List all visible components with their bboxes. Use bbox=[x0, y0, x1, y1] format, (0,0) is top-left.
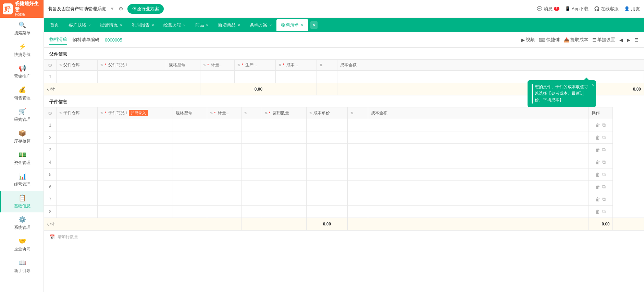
delete-icon[interactable]: 🗑 bbox=[595, 172, 600, 177]
sub-tab-bom[interactable]: 物料清单 bbox=[49, 35, 67, 45]
copy-icon[interactable]: ⧉ bbox=[602, 147, 606, 153]
nav-next-btn[interactable]: ▶ bbox=[627, 37, 630, 43]
child-row-1-qty[interactable] bbox=[262, 119, 307, 131]
tab-operation-history[interactable]: 经营历程 × bbox=[159, 19, 190, 31]
delete-icon[interactable]: 🗑 bbox=[595, 147, 600, 153]
scan-button[interactable]: 扫码录入 bbox=[129, 110, 148, 116]
child-row-1-goods[interactable] bbox=[98, 119, 173, 131]
sub-tab-bom-code[interactable]: 物料清单编码 bbox=[73, 35, 99, 44]
child-row-2-spec[interactable] bbox=[173, 131, 207, 144]
sidebar-item-guide[interactable]: 📖 新手引导 bbox=[0, 256, 44, 277]
copy-icon[interactable]: ⧉ bbox=[602, 172, 606, 177]
settings-gear-icon[interactable]: ⚙ bbox=[119, 5, 123, 12]
copy-icon[interactable]: ⧉ bbox=[602, 122, 606, 128]
tab-new-goods-close[interactable]: × bbox=[238, 23, 240, 27]
copy-icon[interactable]: ⧉ bbox=[602, 135, 606, 140]
parent-warehouse-cell[interactable] bbox=[57, 71, 98, 83]
delete-icon[interactable]: 🗑 bbox=[595, 209, 600, 214]
parent-cost-cell[interactable] bbox=[276, 71, 317, 83]
child-subtotal-row: 小计 0.00 0.00 bbox=[44, 218, 644, 230]
single-settings-action[interactable]: ☰ 单据设置 bbox=[592, 37, 615, 43]
app-download-item[interactable]: 📱 App下载 bbox=[565, 6, 589, 12]
delete-icon[interactable]: 🗑 bbox=[595, 135, 600, 140]
sidebar-item-marketing[interactable]: 📢 营销推广 bbox=[0, 61, 44, 83]
purchase-icon: 🛒 bbox=[18, 108, 26, 115]
child-table-wrap: ⚙ ⇅子件仓库 ⇅ * 子件商品 ℹ bbox=[44, 107, 644, 230]
tab-goods[interactable]: 商品 × bbox=[190, 19, 213, 31]
nav-close-all-button[interactable]: × bbox=[310, 21, 318, 29]
tab-barcode-close[interactable]: × bbox=[270, 23, 272, 27]
child-row-1-amount bbox=[368, 119, 589, 131]
sidebar-item-inventory[interactable]: 📦 库存核算 bbox=[0, 126, 44, 148]
parent-section-title: 父件信息 bbox=[44, 48, 644, 59]
tab-bom[interactable]: 物料清单 × bbox=[276, 19, 308, 31]
child-row-2-unit-cost[interactable] bbox=[307, 131, 348, 144]
copy-icon[interactable]: ⧉ bbox=[602, 209, 606, 214]
tab-bom-close[interactable]: × bbox=[301, 23, 303, 27]
child-col-gear[interactable]: ⚙ bbox=[44, 107, 57, 119]
online-service-item[interactable]: 🎧 在线客服 bbox=[594, 6, 619, 12]
user-item[interactable]: 👤 用友 bbox=[624, 6, 640, 12]
parent-col-gear[interactable]: ⚙ bbox=[44, 60, 57, 71]
logo-icon: 好 bbox=[3, 3, 13, 14]
sidebar-item-search[interactable]: 🔍 搜索菜单 bbox=[0, 18, 44, 39]
sidebar-item-basic-info[interactable]: 📋 基础信息 bbox=[0, 191, 44, 212]
tab-home[interactable]: 首页 bbox=[45, 19, 64, 31]
child-row-1-measure[interactable] bbox=[207, 119, 242, 131]
sidebar-item-quick-nav[interactable]: ⚡ 快捷导航 bbox=[0, 39, 44, 61]
child-row-1-unit-cost[interactable] bbox=[307, 119, 348, 131]
sidebar-item-enterprise[interactable]: 🤝 企业协同 bbox=[0, 234, 44, 256]
child-col-measure: ⇅*计量... bbox=[207, 107, 242, 119]
sidebar-item-system[interactable]: ⚙️ 系统管理 bbox=[0, 212, 44, 234]
copy-icon[interactable]: ⧉ bbox=[602, 196, 606, 202]
child-col-sort: ⇅ bbox=[242, 107, 262, 119]
bottom-add-row[interactable]: 📅 增加行数量 bbox=[44, 230, 644, 243]
copy-icon[interactable]: ⧉ bbox=[602, 184, 606, 190]
tab-barcode[interactable]: 条码方案 × bbox=[245, 19, 276, 31]
tab-operation-history-close[interactable]: × bbox=[183, 23, 185, 27]
child-row-2-measure[interactable] bbox=[207, 131, 242, 144]
sidebar-item-marketing-label: 营销推广 bbox=[14, 73, 30, 79]
sidebar-item-purchase[interactable]: 🛒 采购管理 bbox=[0, 104, 44, 126]
child-row-2-warehouse[interactable] bbox=[57, 131, 98, 144]
delete-icon[interactable]: 🗑 bbox=[595, 197, 600, 202]
child-row-2-num: 2 bbox=[44, 131, 57, 144]
parent-production-cell[interactable] bbox=[235, 71, 276, 83]
extract-cost-action[interactable]: 📥 提取成本 bbox=[564, 37, 588, 43]
tab-customer-close[interactable]: × bbox=[88, 23, 90, 27]
delete-icon[interactable]: 🗑 bbox=[595, 160, 600, 165]
parent-spec-cell[interactable] bbox=[166, 71, 200, 83]
basic-info-icon: 📋 bbox=[18, 194, 26, 202]
delete-icon[interactable]: 🗑 bbox=[595, 184, 600, 190]
tab-new-goods[interactable]: 新增商品 × bbox=[213, 19, 245, 31]
list-view-btn[interactable]: ☰ bbox=[634, 37, 639, 43]
child-row-1-spec[interactable] bbox=[173, 119, 207, 131]
view-action[interactable]: ▶ 视频 bbox=[521, 37, 535, 43]
tab-operation-status[interactable]: 经营情况 × bbox=[95, 19, 127, 31]
play-icon: ▶ bbox=[521, 37, 525, 43]
tooltip-close-button[interactable]: × bbox=[592, 82, 594, 88]
parent-measure-cell[interactable] bbox=[200, 71, 235, 83]
child-row-1-warehouse[interactable] bbox=[57, 119, 98, 131]
tab-goods-close[interactable]: × bbox=[206, 23, 208, 27]
message-item[interactable]: 💬 消息 6 bbox=[537, 6, 559, 12]
dropdown-arrow[interactable]: ▼ bbox=[110, 6, 114, 11]
child-row-2-qty[interactable] bbox=[262, 131, 307, 144]
child-row-2-goods[interactable] bbox=[98, 131, 173, 144]
tab-customer[interactable]: 客户联络 × bbox=[64, 19, 95, 31]
tab-profit-report[interactable]: 利润报告 × bbox=[127, 19, 159, 31]
parent-goods-cell[interactable] bbox=[98, 71, 166, 83]
nav-prev-btn[interactable]: ◀ bbox=[619, 37, 623, 43]
trial-button[interactable]: 体验行业方案 bbox=[127, 4, 164, 14]
tab-operation-status-close[interactable]: × bbox=[120, 23, 122, 27]
sidebar-item-sales[interactable]: 💰 销售管理 bbox=[0, 83, 44, 104]
shortcut-action[interactable]: ⌨ 快捷键 bbox=[539, 37, 560, 43]
delete-icon[interactable]: 🗑 bbox=[595, 122, 600, 128]
tab-profit-report-close[interactable]: × bbox=[152, 23, 154, 27]
finance-icon: 💵 bbox=[18, 151, 26, 159]
sidebar-item-purchase-label: 采购管理 bbox=[14, 117, 30, 122]
sidebar-item-finance[interactable]: 💵 资金管理 bbox=[0, 148, 44, 169]
tab-operation-status-label: 经营情况 bbox=[100, 22, 118, 28]
copy-icon[interactable]: ⧉ bbox=[602, 159, 606, 165]
sidebar-item-operations[interactable]: 📊 经营管理 bbox=[0, 169, 44, 191]
